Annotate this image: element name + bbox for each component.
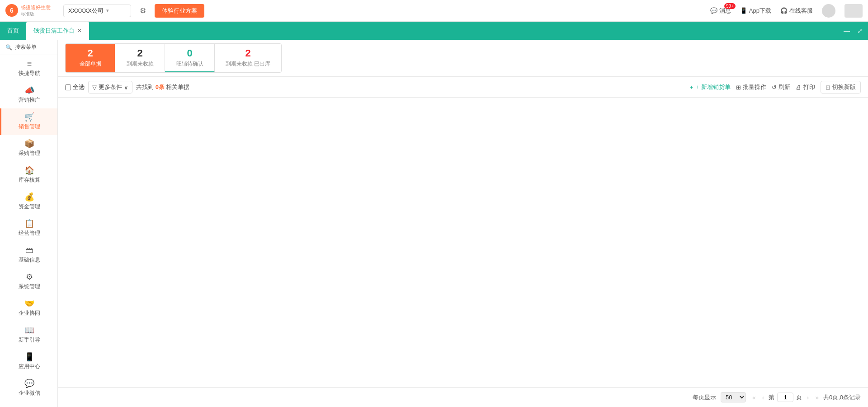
total-records-text: 共0页,0条记录 (823, 393, 861, 402)
add-sales-order-button[interactable]: ＋ + 新增销货单 (689, 83, 731, 91)
wechat-icon: 💬 (24, 379, 34, 388)
sidebar-item-label: 经营管理 (19, 229, 40, 237)
sidebar-search-label: 搜索菜单 (15, 43, 37, 51)
tab-maximize-icon[interactable]: ⤢ (855, 25, 864, 36)
company-name: XXXXXX公司 (68, 7, 104, 15)
stat-tab-overdue[interactable]: 2 到期未收款 (115, 44, 165, 72)
logo-badge: 标准版 (21, 11, 51, 17)
select-all-label: 全选 (73, 83, 85, 91)
add-icon: ＋ (689, 83, 694, 91)
batch-icon: ⊞ (736, 84, 741, 91)
stat-num-shipped: 2 (245, 47, 251, 59)
tab-bar: 首页 钱货日清工作台 ✕ — ⤢ (0, 22, 868, 40)
stat-lbl-wangpu: 旺铺待确认 (176, 60, 203, 68)
search-icon: 🔍 (5, 44, 12, 51)
select-all-checkbox[interactable]: 全选 (65, 83, 85, 91)
sidebar-item-app-center[interactable]: 📱 应用中心 (0, 348, 57, 375)
page-size-select[interactable]: 50 10 20 100 (721, 392, 746, 402)
stat-lbl-overdue: 到期未收款 (127, 60, 154, 68)
switch-label: 切换新版 (832, 83, 856, 91)
filter-icon: ▽ (92, 84, 97, 91)
sidebar-item-base-info[interactable]: 🗃 基础信息 (0, 242, 57, 268)
message-action[interactable]: 💬 消息 99+ (710, 7, 731, 15)
add-label: + 新增销货单 (696, 83, 731, 91)
sidebar-item-label: 快捷导航 (19, 70, 40, 77)
filter-arrow-icon: ∨ (124, 84, 128, 91)
avatar-extra[interactable] (844, 4, 863, 18)
stat-tab-wangpu[interactable]: 0 旺铺待确认 (165, 44, 215, 72)
stat-tab-shipped[interactable]: 2 到期未收款 已出库 (215, 44, 281, 72)
pagination: « ‹ 第 页 › » 共0页,0条记录 (750, 393, 861, 402)
filter-button[interactable]: ▽ 更多条件 ∨ (88, 81, 132, 94)
online-service-action[interactable]: 🎧 在线客服 (780, 7, 813, 15)
found-count: 0条 (156, 84, 165, 90)
sidebar: 🔍 搜索菜单 ≡ 快捷导航 📣 营销推广 🛒 销售管理 📦 采购管理 🏠 库存核… (0, 40, 58, 407)
avatar[interactable] (822, 4, 835, 18)
tab-home[interactable]: 首页 (0, 22, 26, 40)
sidebar-item-inventory[interactable]: 🏠 库存核算 (0, 162, 57, 188)
stat-lbl-all: 全部单据 (80, 60, 101, 68)
sidebar-item-label: 企业协同 (19, 309, 40, 317)
tab-work-station[interactable]: 钱货日清工作台 ✕ (26, 22, 89, 40)
switch-version-button[interactable]: ⊡ 切换新版 (821, 81, 861, 94)
system-icon: ⚙ (26, 273, 33, 281)
sidebar-item-marketing[interactable]: 📣 营销推广 (0, 82, 57, 108)
logo-area: 6 畅捷通好生意 标准版 (5, 4, 63, 17)
online-service-label: 在线客服 (789, 7, 813, 15)
finance-icon: 💰 (24, 193, 34, 201)
company-selector[interactable]: XXXXXX公司 ▾ (63, 5, 131, 17)
sidebar-item-system[interactable]: ⚙ 系统管理 (0, 268, 57, 295)
service-icon: 🎧 (780, 7, 788, 14)
tab-minimize-icon[interactable]: — (842, 25, 852, 36)
sidebar-item-member[interactable]: V 畅会员 (0, 402, 57, 407)
batch-label: 批量操作 (743, 83, 766, 91)
page-suffix: 页 (796, 393, 802, 402)
refresh-button[interactable]: ↺ 刷新 (772, 83, 790, 91)
found-suffix: 相关单据 (166, 84, 189, 90)
main-layout: 🔍 搜索菜单 ≡ 快捷导航 📣 营销推广 🛒 销售管理 📦 采购管理 🏠 库存核… (0, 40, 868, 407)
settings-icon[interactable]: ⚙ (136, 4, 150, 18)
stat-num-overdue: 2 (137, 47, 142, 59)
sidebar-item-label: 销售管理 (19, 123, 40, 131)
sidebar-item-enterprise[interactable]: 🤝 企业协同 (0, 295, 57, 322)
stats-tabs-wrapper: 2 全部单据 2 到期未收款 0 旺铺待确认 2 到期未收款 已出库 (58, 40, 868, 77)
chevron-down-icon: ▾ (106, 8, 109, 14)
prev-page-button[interactable]: ‹ (760, 393, 766, 402)
app-center-icon: 📱 (24, 353, 34, 361)
stat-lbl-shipped: 到期未收款 已出库 (226, 60, 270, 68)
page-label: 第 (769, 393, 774, 402)
operations-icon: 📋 (24, 220, 34, 228)
first-page-button[interactable]: « (750, 393, 758, 402)
sidebar-item-operations[interactable]: 📋 经营管理 (0, 215, 57, 242)
toolbar-right: ＋ + 新增销货单 ⊞ 批量操作 ↺ 刷新 🖨 打印 ⊡ 切换新版 (689, 81, 861, 94)
trial-button[interactable]: 体验行业方案 (155, 4, 204, 18)
toolbar: 全选 ▽ 更多条件 ∨ 共找到 0条 相关单据 ＋ + 新增销货单 (58, 77, 868, 98)
next-page-button[interactable]: › (805, 393, 811, 402)
sidebar-item-label: 企业微信 (19, 389, 40, 397)
print-button[interactable]: 🖨 打印 (796, 83, 815, 91)
page-size-label: 每页显示 (693, 393, 716, 402)
guide-icon: 📖 (24, 326, 34, 334)
logo-text: 畅捷通好生意 (21, 4, 51, 10)
app-download-icon: 📱 (740, 7, 747, 14)
page-number-input[interactable] (777, 393, 793, 402)
message-badge: 99+ (724, 3, 736, 9)
app-download-action[interactable]: 📱 App下载 (740, 7, 771, 15)
tab-close-icon[interactable]: ✕ (77, 28, 82, 34)
header-right: 💬 消息 99+ 📱 App下载 🎧 在线客服 (710, 4, 863, 18)
print-icon: 🖨 (796, 84, 802, 91)
refresh-icon: ↺ (772, 84, 777, 91)
sidebar-item-guide[interactable]: 📖 新手引导 (0, 322, 57, 348)
sidebar-item-purchase[interactable]: 📦 采购管理 (0, 135, 57, 162)
quick-nav-icon: ≡ (27, 60, 32, 68)
sidebar-item-sales[interactable]: 🛒 销售管理 (0, 108, 57, 135)
select-all-input[interactable] (65, 84, 71, 90)
print-label: 打印 (803, 83, 815, 91)
sidebar-item-finance[interactable]: 💰 资金管理 (0, 188, 57, 215)
batch-operation-button[interactable]: ⊞ 批量操作 (736, 83, 766, 91)
sidebar-item-quick-nav[interactable]: ≡ 快捷导航 (0, 55, 57, 82)
sidebar-search[interactable]: 🔍 搜索菜单 (0, 40, 57, 55)
last-page-button[interactable]: » (813, 393, 821, 402)
sidebar-item-wechat[interactable]: 💬 企业微信 (0, 375, 57, 402)
stat-tab-all[interactable]: 2 全部单据 (66, 44, 115, 72)
